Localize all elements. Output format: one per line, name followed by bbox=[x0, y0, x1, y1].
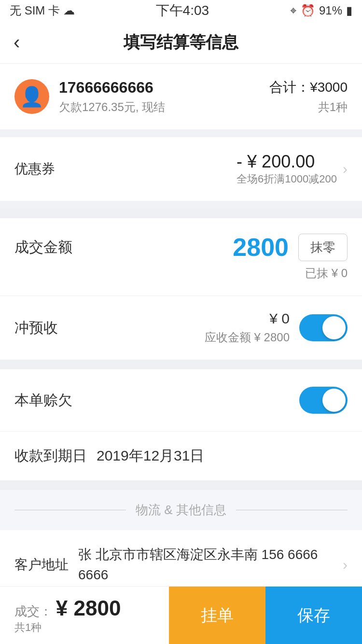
nav-bar: ‹ 填写结算等信息 bbox=[0, 21, 362, 64]
customer-left: 👤 17666666666 欠款1276.35元, 现结 bbox=[14, 79, 165, 115]
customer-right: 合计：¥3000 共1种 bbox=[269, 78, 348, 115]
coupon-label: 优惠券 bbox=[14, 160, 55, 178]
customer-total: 合计：¥3000 bbox=[269, 78, 348, 97]
back-button[interactable]: ‹ bbox=[14, 31, 20, 53]
status-left: 无 SIM 卡 ☁ bbox=[10, 3, 75, 18]
status-bar: 无 SIM 卡 ☁ 下午4:03 ⌖ ⏰ 91% ▮ bbox=[0, 0, 362, 21]
amount-label: 成交金额 bbox=[14, 238, 72, 257]
location-icon: ⌖ bbox=[290, 4, 297, 17]
address-label: 客户地址 bbox=[14, 556, 69, 574]
amount-sub: 已抹 ¥ 0 bbox=[14, 266, 348, 281]
sim-indicator: 无 SIM 卡 ☁ bbox=[10, 3, 75, 18]
prepay-sub: 应收金额 ¥ 2800 bbox=[205, 330, 290, 345]
coupon-row[interactable]: 优惠券 - ¥ 200.00 全场6折满1000减200 › bbox=[0, 137, 362, 201]
prepay-value-block: ¥ 0 应收金额 ¥ 2800 bbox=[205, 310, 290, 345]
prepay-value: ¥ 0 bbox=[205, 310, 290, 327]
round-button[interactable]: 抹零 bbox=[298, 234, 348, 261]
customer-count: 共1种 bbox=[269, 99, 348, 115]
prepay-toggle[interactable] bbox=[299, 314, 348, 341]
status-time: 下午4:03 bbox=[156, 1, 209, 20]
prepay-row: 冲预收 ¥ 0 应收金额 ¥ 2800 bbox=[14, 310, 348, 345]
hold-button[interactable]: 挂单 bbox=[169, 587, 265, 644]
address-value: 张 北京市市辖区海淀区永丰南 156 6666 6666 bbox=[78, 545, 343, 585]
status-right: ⌖ ⏰ 91% ▮ bbox=[290, 4, 352, 17]
address-chevron-icon: › bbox=[343, 557, 348, 573]
customer-card: 👤 17666666666 欠款1276.35元, 现结 合计：¥3000 共1… bbox=[0, 64, 362, 129]
logistics-line-right bbox=[236, 510, 348, 510]
avatar: 👤 bbox=[14, 79, 49, 114]
alarm-icon: ⏰ bbox=[301, 4, 315, 17]
logistics-line-left bbox=[14, 510, 126, 510]
amount-section: 成交金额 2800 抹零 已抹 ¥ 0 bbox=[0, 218, 362, 295]
logistics-text: 物流 & 其他信息 bbox=[136, 502, 226, 518]
coupon-desc: 全场6折满1000减200 bbox=[237, 172, 337, 186]
logistics-section: 物流 & 其他信息 bbox=[0, 490, 362, 530]
divider-1 bbox=[0, 209, 362, 218]
footer-transaction-label: 成交： bbox=[14, 604, 52, 618]
avatar-icon: 👤 bbox=[20, 85, 44, 108]
duedate-row: 收款到期日 2019年12月31日 bbox=[14, 446, 348, 466]
prepay-right: ¥ 0 应收金额 ¥ 2800 bbox=[205, 310, 348, 345]
credit-section: 本单赊欠 bbox=[0, 369, 362, 431]
credit-toggle-knob bbox=[322, 389, 346, 412]
battery-icon: ▮ bbox=[346, 4, 352, 17]
customer-debt: 欠款1276.35元, 现结 bbox=[59, 99, 165, 115]
prepay-section: 冲预收 ¥ 0 应收金额 ¥ 2800 bbox=[0, 295, 362, 360]
duedate-value: 2019年12月31日 bbox=[97, 446, 204, 466]
customer-phone: 17666666666 bbox=[59, 79, 165, 97]
coupon-right: - ¥ 200.00 全场6折满1000减200 › bbox=[237, 152, 348, 186]
battery-text: 91% bbox=[319, 4, 342, 17]
amount-value: 2800 bbox=[233, 233, 289, 262]
amount-row: 成交金额 2800 抹零 bbox=[14, 233, 348, 262]
coupon-discount: - ¥ 200.00 bbox=[237, 152, 337, 172]
main-content: 👤 17666666666 欠款1276.35元, 现结 合计：¥3000 共1… bbox=[0, 64, 362, 644]
divider-3 bbox=[0, 480, 362, 490]
duedate-label: 收款到期日 bbox=[14, 446, 87, 466]
footer-transaction-value: ¥ 2800 bbox=[56, 596, 121, 620]
footer: 成交： ¥ 2800 共1种 挂单 保存 bbox=[0, 586, 362, 644]
footer-left: 成交： ¥ 2800 共1种 bbox=[0, 596, 169, 635]
duedate-section: 收款到期日 2019年12月31日 bbox=[0, 431, 362, 480]
toggle-knob bbox=[322, 316, 346, 339]
page-title: 填写结算等信息 bbox=[124, 31, 238, 54]
prepay-label: 冲预收 bbox=[14, 318, 58, 338]
coupon-chevron-icon: › bbox=[343, 161, 348, 177]
amount-right: 2800 抹零 bbox=[233, 233, 348, 262]
footer-count: 共1种 bbox=[14, 620, 154, 635]
customer-info: 17666666666 欠款1276.35元, 现结 bbox=[59, 79, 165, 115]
save-button[interactable]: 保存 bbox=[265, 587, 362, 644]
divider-2 bbox=[0, 360, 362, 369]
credit-label: 本单赊欠 bbox=[14, 391, 72, 410]
credit-toggle[interactable] bbox=[299, 387, 348, 414]
